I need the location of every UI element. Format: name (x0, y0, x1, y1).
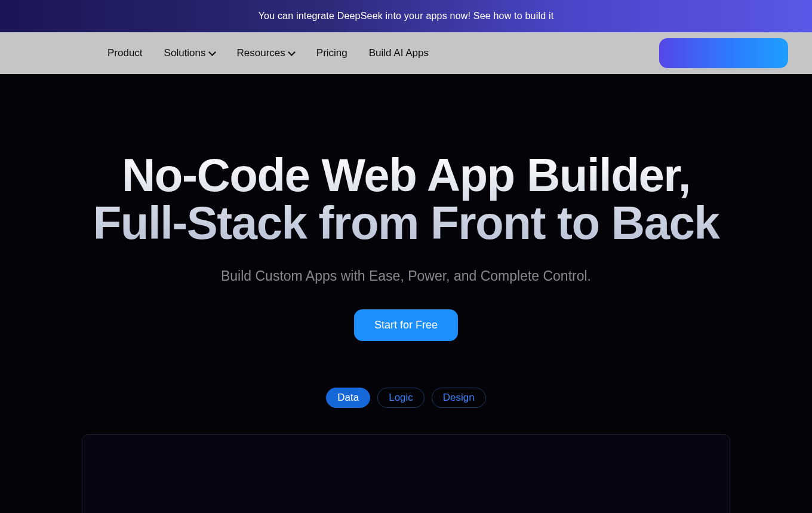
feature-preview-box (82, 434, 730, 513)
nav-solutions[interactable]: Solutions (153, 41, 226, 65)
hero-title-line1: No-Code Web App Builder, (122, 149, 690, 201)
tab-data[interactable]: Data (326, 388, 370, 408)
nav-build-ai[interactable]: Build AI Apps (358, 41, 439, 65)
nav-product[interactable]: Product (107, 41, 153, 65)
announcement-banner[interactable]: You can integrate DeepSeek into your app… (0, 0, 812, 32)
chevron-down-icon (289, 51, 295, 55)
chevron-down-icon (210, 51, 216, 55)
hero-title: No-Code Web App Builder, Full-Stack from… (24, 152, 788, 247)
tab-logic[interactable]: Logic (377, 388, 425, 408)
start-free-button[interactable]: Start for Free (354, 309, 458, 341)
nav-pricing[interactable]: Pricing (306, 41, 358, 65)
nav-resources[interactable]: Resources (226, 41, 306, 65)
hero-section: No-Code Web App Builder, Full-Stack from… (0, 74, 812, 513)
nav-label: Pricing (316, 47, 347, 59)
tab-design[interactable]: Design (432, 388, 486, 408)
main-navbar: Product Solutions Resources Pricing Buil… (0, 32, 812, 74)
nav-label: Resources (237, 47, 285, 59)
nav-label: Build AI Apps (369, 47, 429, 59)
nav-cta-button[interactable] (659, 38, 788, 68)
feature-tabs: Data Logic Design (24, 388, 788, 408)
hero-title-line2: Full-Stack from Front to Back (93, 196, 719, 249)
nav-label: Product (107, 47, 143, 59)
hero-subtitle: Build Custom Apps with Ease, Power, and … (24, 268, 788, 284)
banner-text: You can integrate DeepSeek into your app… (259, 11, 554, 21)
nav-label: Solutions (164, 47, 206, 59)
nav-links: Product Solutions Resources Pricing Buil… (107, 41, 439, 65)
